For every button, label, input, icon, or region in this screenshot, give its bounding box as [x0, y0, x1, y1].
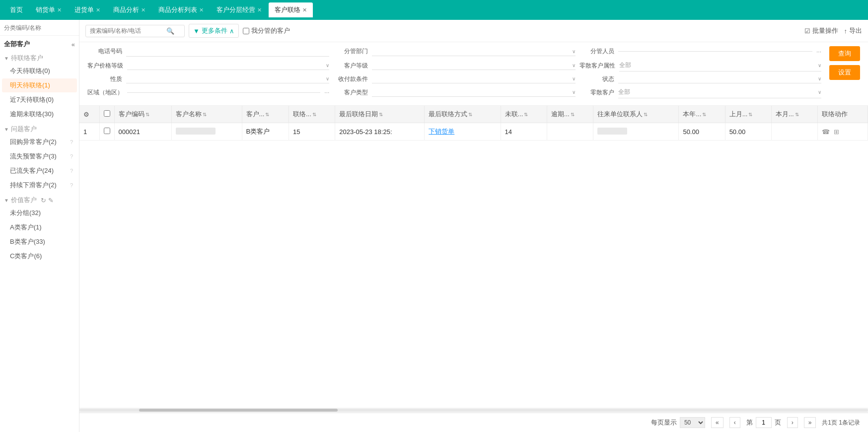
- my-customers-label[interactable]: 我分管的客户: [243, 26, 290, 35]
- filter-cell-area: 区域（地区） ···: [87, 88, 329, 97]
- sidebar-search-area: 🔍: [0, 20, 79, 36]
- sidebar-all-customers-header: 全部客户 «: [0, 36, 79, 51]
- contact-method-link[interactable]: 下销货单: [429, 128, 454, 135]
- close-product-analysis-list-icon[interactable]: ✕: [199, 7, 204, 13]
- filter-label-retail-attr: 零散客户属性: [579, 62, 615, 70]
- first-page-btn[interactable]: «: [711, 417, 723, 428]
- close-customer-tier-icon[interactable]: ✕: [257, 7, 262, 13]
- filter-row-4: 区域（地区） ··· 客户类型 ∨ 零散客户: [87, 86, 821, 98]
- sidebar-item-class-c[interactable]: C类客户(6): [2, 249, 77, 263]
- caret-dept-icon: ∨: [572, 49, 576, 54]
- filter-label-customer-level: 客户等级: [333, 62, 368, 70]
- sidebar-item-today-contact[interactable]: 今天待联络(0): [2, 64, 77, 78]
- settings-btn[interactable]: 设置: [829, 65, 860, 80]
- close-product-analysis-icon[interactable]: ✕: [141, 7, 145, 13]
- th-type: 客户...⇅: [242, 106, 289, 123]
- th-last-contact-date: 最后联络日期⇅: [335, 106, 425, 123]
- nav-product-analysis[interactable]: 商品分析 ✕: [107, 2, 151, 17]
- search-icon[interactable]: 🔍: [166, 27, 174, 35]
- page-size-select[interactable]: 50 100 200: [680, 417, 705, 428]
- search-box: 🔍: [85, 25, 185, 37]
- filter-cell-retail-attr: 零散客户属性 全部 ∨: [579, 60, 821, 72]
- section-problem-tri: ▼: [4, 127, 9, 132]
- nav-home[interactable]: 首页: [4, 2, 29, 17]
- section-value-refresh-icon[interactable]: ↻: [41, 197, 46, 204]
- batch-op-icon: ☑: [804, 27, 810, 35]
- td-type: B类客户: [242, 123, 289, 141]
- th-this-month: 本月...⇅: [771, 106, 817, 123]
- page-input[interactable]: [756, 417, 772, 428]
- filter-select-nature[interactable]: ∨: [126, 74, 329, 83]
- nav-product-analysis-list[interactable]: 商品分析列表 ✕: [152, 2, 210, 17]
- action-grid-icon[interactable]: ⊞: [834, 128, 839, 136]
- sidebar-all-customers-label: 全部客户: [4, 40, 30, 49]
- my-customers-checkbox[interactable]: [243, 28, 249, 34]
- filter-select-price-level[interactable]: ∨: [127, 61, 329, 70]
- filter-select-retail-customer[interactable]: 全部 ∨: [618, 86, 821, 98]
- prev-page-btn[interactable]: ‹: [729, 417, 740, 428]
- filter-input-phone[interactable]: [126, 46, 329, 57]
- filter-dots-area[interactable]: ···: [324, 89, 329, 96]
- th-checkbox: [99, 106, 114, 123]
- sort-overdue-icon: ⇅: [571, 112, 575, 117]
- td-name: [171, 123, 242, 141]
- table-header-row: ⚙ 客户编码⇅ 客户名称⇅ 客户...⇅: [79, 106, 868, 123]
- sort-method-icon: ⇅: [468, 112, 472, 117]
- section-value-tri: ▼: [4, 198, 9, 203]
- row-checkbox[interactable]: [104, 128, 110, 134]
- close-customer-contact-icon[interactable]: ✕: [302, 7, 307, 13]
- sidebar-item-ungrouped[interactable]: 未分组(32): [2, 206, 77, 220]
- export-btn[interactable]: ↑ 导出: [844, 26, 863, 35]
- filter-select-retail-attr[interactable]: 全部 ∨: [619, 60, 821, 72]
- nav-sales-order[interactable]: 销货单 ✕: [30, 2, 68, 17]
- section-value-edit-icon[interactable]: ✎: [48, 197, 54, 204]
- filter-select-payment[interactable]: ∨: [372, 74, 575, 83]
- nav-customer-contact[interactable]: 客户联络 ✕: [269, 2, 313, 17]
- th-gear: ⚙: [79, 106, 99, 123]
- more-filter-btn[interactable]: ▼ 更多条件 ∧: [189, 24, 239, 38]
- next-page-btn[interactable]: ›: [787, 417, 798, 428]
- table-gear-icon[interactable]: ⚙: [83, 111, 89, 118]
- nav-purchase-order[interactable]: 进货单 ✕: [69, 2, 106, 17]
- td-contact-num: 15: [289, 123, 335, 141]
- sidebar-item-tomorrow-contact[interactable]: 明天待联络(1): [2, 78, 77, 92]
- filter-select-status[interactable]: ∨: [618, 74, 821, 83]
- sidebar-section-pending: ▼ 待联络客户: [0, 51, 79, 64]
- sort-type-icon: ⇅: [265, 112, 269, 117]
- table-select-all-checkbox[interactable]: [104, 110, 110, 117]
- sidebar-item-churned[interactable]: 已流失客户(24) ?: [2, 164, 77, 178]
- filter-select-customer-level[interactable]: ∨: [372, 61, 575, 70]
- sidebar-item-declining[interactable]: 持续下滑客户(2) ?: [2, 178, 77, 192]
- filter-dots-manager[interactable]: ···: [816, 48, 821, 55]
- sidebar-item-churn-warning[interactable]: 流失预警客户(3) ?: [2, 149, 77, 163]
- filter-caret-icon: ∧: [229, 27, 234, 35]
- last-page-btn[interactable]: »: [804, 417, 816, 428]
- table-row: 1 000021 B类客户 15 2023-05-23 18:25: 下销货单: [79, 123, 868, 141]
- filter-row-3: 性质 ∨ 收付款条件 ∨: [87, 74, 821, 83]
- caret-payment-icon: ∨: [572, 76, 576, 81]
- sidebar-item-7day-contact[interactable]: 近7天待联络(0): [2, 93, 77, 107]
- td-actions: ☎ ⊞: [818, 123, 868, 141]
- search-input[interactable]: [90, 27, 164, 34]
- action-phone-icon[interactable]: ☎: [822, 128, 830, 136]
- filter-cell-phone: 电话号码: [87, 46, 329, 57]
- filter-select-dept[interactable]: ∨: [372, 47, 575, 56]
- scroll-thumb[interactable]: [139, 409, 338, 412]
- close-purchase-order-icon[interactable]: ✕: [96, 7, 100, 13]
- sidebar-item-class-a[interactable]: A类客户(1): [2, 220, 77, 234]
- sidebar-item-abnormal-repurchase[interactable]: 回购异常客户(2) ?: [2, 135, 77, 149]
- th-last-contact-method: 最后联络方式⇅: [425, 106, 501, 123]
- batch-op-btn[interactable]: ☑ 批量操作: [804, 26, 838, 35]
- horizontal-scrollbar[interactable]: [79, 408, 868, 413]
- sidebar-item-overdue-contact[interactable]: 逾期未联络(30): [2, 107, 77, 121]
- query-btn[interactable]: 查询: [829, 46, 860, 61]
- close-sales-order-icon[interactable]: ✕: [57, 7, 62, 13]
- nav-customer-tier[interactable]: 客户分层经营 ✕: [211, 2, 268, 17]
- sidebar-collapse-icon[interactable]: «: [72, 41, 75, 48]
- td-contact-person: [593, 123, 679, 141]
- filter-select-customer-type[interactable]: ∨: [372, 88, 575, 97]
- filter-cell-nature: 性质 ∨: [87, 74, 329, 83]
- sidebar-search-input[interactable]: [4, 24, 78, 31]
- sidebar-item-class-b[interactable]: B类客户(33): [2, 235, 77, 249]
- td-this-year: 50.00: [679, 123, 725, 141]
